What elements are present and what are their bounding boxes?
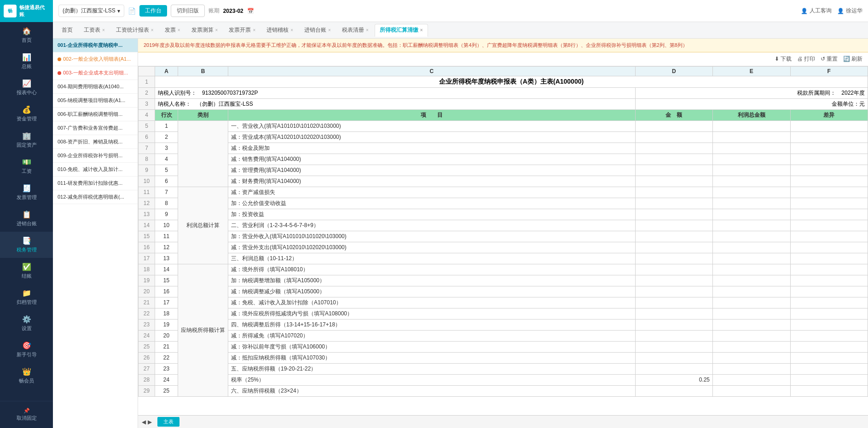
chay-28[interactable] (790, 374, 868, 385)
lrze-20[interactable] (713, 286, 790, 297)
quane-11[interactable] (635, 187, 712, 198)
xiangmu-17[interactable]: 三、利润总额（10-11-12） (228, 253, 636, 264)
report-item-005[interactable]: 005-纳税调整项目明细表(A1... (53, 94, 138, 108)
refresh-button[interactable]: 🔄 刷新 (843, 55, 862, 63)
report-item-003[interactable]: 003-一般企业成本支出明细... (53, 66, 138, 80)
tab-tax_clearance[interactable]: 税表清册× (337, 24, 374, 37)
sheet-next-icon[interactable]: ▶ (148, 419, 152, 425)
quane-21[interactable] (635, 297, 712, 308)
xiangmu-21[interactable]: 减：免税、减计收入及加计扣除（A107010） (228, 297, 636, 308)
chay-12[interactable] (790, 198, 868, 209)
report-item-012[interactable]: 012-减免所得税优惠明细表(... (53, 190, 138, 204)
quane-24[interactable] (635, 330, 712, 341)
lrze-9[interactable] (713, 165, 790, 176)
sidebar-item-home[interactable]: 🏠首页 (0, 22, 53, 48)
chay-6[interactable] (790, 131, 868, 143)
quane-5[interactable] (635, 120, 712, 131)
quane-20[interactable] (635, 286, 712, 297)
report-item-004[interactable]: 004-期间费用明细表(A1040... (53, 80, 138, 94)
chay-13[interactable] (790, 209, 868, 220)
xiangmu-5[interactable]: 一、营业收入(填写A101010\101020\103000) (228, 120, 636, 131)
xiangmu-18[interactable]: 减：境外所得（填写A108010） (228, 264, 636, 275)
chay-16[interactable] (790, 242, 868, 253)
report-item-009[interactable]: 009-企业所得税弥补亏损明... (53, 149, 138, 163)
quane-6[interactable] (635, 131, 712, 143)
company-selector[interactable]: (勿删）江西服宝-LSS ▾ (58, 5, 124, 17)
xiangmu-15[interactable]: 加：营业外收入(填写A101010\101020\103000) (228, 231, 636, 242)
tab-close-tax_clearance[interactable]: × (366, 28, 369, 33)
lrze-29[interactable] (713, 385, 790, 396)
lrze-6[interactable] (713, 131, 790, 143)
sidebar-item-settings[interactable]: ⚙️设置 (0, 310, 53, 337)
xiangmu-23[interactable]: 四、纳税调整后所得（13-14+15-16-17+18） (228, 319, 636, 330)
xiangmu-8[interactable]: 减：销售费用(填写A104000) (228, 154, 636, 165)
lrze-26[interactable] (713, 352, 790, 363)
quane-27[interactable] (635, 363, 712, 374)
lrze-23[interactable] (713, 319, 790, 330)
lrze-18[interactable] (713, 264, 790, 275)
sidebar-item-purchase[interactable]: 📋进销台账 (0, 205, 53, 232)
chay-26[interactable] (790, 352, 868, 363)
quane-25[interactable] (635, 341, 712, 352)
report-item-011[interactable]: 011-研发费用加计扣除优惠... (53, 177, 138, 190)
chay-29[interactable] (790, 385, 868, 396)
quane-22[interactable] (635, 308, 712, 319)
tab-stock_check[interactable]: 进销稽核× (261, 24, 298, 37)
quane-29[interactable] (635, 385, 712, 396)
sidebar-item-settle[interactable]: ✅结账 (0, 258, 53, 284)
chay-20[interactable] (790, 286, 868, 297)
reset-button[interactable]: ↺ 重置 (821, 55, 838, 63)
report-item-007[interactable]: 007-广告费和业务宣传费超... (53, 121, 138, 135)
xiangmu-14[interactable]: 二、营业利润（1-2-3-4-5-6-7-8+9） (228, 220, 636, 231)
chay-24[interactable] (790, 330, 868, 341)
sidebar-item-archive[interactable]: 📁归档管理 (0, 284, 53, 310)
sidebar-item-invoice[interactable]: 🧾发票管理 (0, 179, 53, 205)
report-item-001[interactable]: 001-企业所得税年度纳税申... (53, 39, 138, 52)
quane-15[interactable] (635, 231, 712, 242)
report-item-002[interactable]: 002-一般企业收入明细表(A1... (53, 52, 138, 66)
sidebar-item-salary[interactable]: 💵工资 (0, 153, 53, 179)
xiangmu-20[interactable]: 减：纳税调整减少额（填写A105000） (228, 286, 636, 297)
tab-invoice_mgr[interactable]: 发票× (160, 24, 185, 37)
xiangmu-27[interactable]: 五、应纳税所得额（19-20-21-22） (228, 363, 636, 374)
chay-8[interactable] (790, 154, 868, 165)
chay-11[interactable] (790, 187, 868, 198)
quane-19[interactable] (635, 275, 712, 286)
quane-14[interactable] (635, 220, 712, 231)
quane-8[interactable] (635, 154, 712, 165)
lrze-16[interactable] (713, 242, 790, 253)
workspace-button[interactable]: 工作台 (139, 5, 167, 17)
chay-14[interactable] (790, 220, 868, 231)
quane-7[interactable] (635, 143, 712, 154)
lrze-24[interactable] (713, 330, 790, 341)
sidebar-item-ledger[interactable]: 📊总账 (0, 48, 53, 74)
sidebar-item-member[interactable]: 👑畅会员 (0, 363, 53, 389)
sidebar-unpin[interactable]: 📌 取消固定 (15, 406, 39, 423)
tab-salary_table[interactable]: 工资表× (79, 24, 110, 37)
tab-invoice_open[interactable]: 发票开票× (224, 24, 260, 37)
xiangmu-13[interactable]: 加：投资收益 (228, 209, 636, 220)
xiangmu-16[interactable]: 减：营业外支出(填写A102010\102020\103000) (228, 242, 636, 253)
user-info[interactable]: 👤 徐运华 (837, 7, 862, 15)
xiangmu-25[interactable]: 减：弥补以前年度亏损（填写A106000） (228, 341, 636, 352)
chay-21[interactable] (790, 297, 868, 308)
tab-close-salary_stats[interactable]: × (151, 28, 154, 33)
switch-button[interactable]: 切到旧版 (171, 5, 205, 17)
chay-9[interactable] (790, 165, 868, 176)
lrze-14[interactable] (713, 220, 790, 231)
chay-18[interactable] (790, 264, 868, 275)
lrze-21[interactable] (713, 297, 790, 308)
xiangmu-9[interactable]: 减：管理费用(填写A104000) (228, 165, 636, 176)
lrze-19[interactable] (713, 275, 790, 286)
sidebar-item-tax[interactable]: 📑税务管理 (0, 232, 53, 258)
sheet-prev-icon[interactable]: ◀ (142, 419, 146, 425)
sidebar-item-funds[interactable]: 💰资金管理 (0, 101, 53, 127)
tab-close-invoice_open[interactable]: × (253, 28, 255, 33)
quane-18[interactable] (635, 264, 712, 275)
quane-12[interactable] (635, 198, 712, 209)
lrze-25[interactable] (713, 341, 790, 352)
chay-17[interactable] (790, 253, 868, 264)
chay-27[interactable] (790, 363, 868, 374)
quane-23[interactable] (635, 319, 712, 330)
spreadsheet-container[interactable]: A B C D E F 1 企业所得税年度纳税申报表（A类）主表(A100000… (138, 66, 868, 416)
